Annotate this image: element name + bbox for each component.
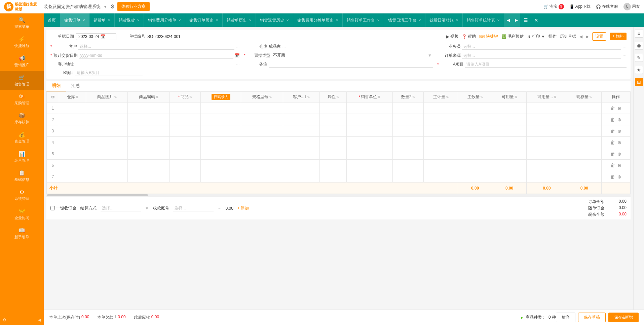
sidebar-collapse-icon[interactable]: ◀ <box>38 318 41 322</box>
row-stock[interactable] <box>567 103 601 114</box>
tab-close-icon[interactable]: ✕ <box>178 18 181 22</box>
sidebar-item-operations[interactable]: 📊 经营管理 <box>0 147 44 166</box>
copy-row-button[interactable]: ⊕ <box>617 140 621 145</box>
print-btn[interactable]: 🖨 打印 ▼ <box>527 34 545 39</box>
tab-sales-order-history[interactable]: 销售订单历史 ✕ <box>185 13 223 27</box>
save-new-button[interactable]: 保存&新增 <box>608 313 639 322</box>
row-warehouse[interactable] <box>59 103 86 114</box>
order-source-more-icon[interactable]: ··· <box>622 53 627 58</box>
scroll-thumb[interactable] <box>47 194 148 196</box>
delete-row-button[interactable]: 🗑 <box>610 163 615 168</box>
row-qty2[interactable] <box>392 103 423 114</box>
tab-summary[interactable]: 汇总 <box>66 81 85 91</box>
account-more-icon[interactable]: ··· <box>218 206 222 211</box>
copy-row-button[interactable]: ⊕ <box>617 117 621 122</box>
tab-order-workbench[interactable]: 销售订单工作台 ✕ <box>343 13 384 27</box>
delete-row-button[interactable]: 🗑 <box>610 128 615 134</box>
warehouse-more-icon[interactable]: ··· <box>282 44 286 49</box>
one-click-checkbox[interactable] <box>50 206 55 210</box>
order-source-input[interactable] <box>462 52 621 59</box>
scan-button[interactable]: 扫码录入 <box>212 94 230 100</box>
delivery-input[interactable] <box>79 52 233 59</box>
row-main-qty[interactable] <box>458 103 492 114</box>
nav-prev-icon[interactable]: ◀ <box>579 34 582 39</box>
copy-row-button[interactable]: ⊕ <box>617 174 621 179</box>
sidebar-item-purchase[interactable]: 🛍 采购管理 <box>0 90 44 109</box>
tab-home[interactable]: 首页 <box>44 13 60 27</box>
row-attribute[interactable] <box>320 103 347 114</box>
help-btn[interactable]: ❓ 帮助 <box>462 34 476 39</box>
shortcut-btn[interactable]: ⌨ 快捷键 <box>479 34 498 39</box>
tab-close-icon[interactable]: ✕ <box>249 18 252 22</box>
tab-close-icon[interactable]: ✕ <box>377 18 380 22</box>
th-settings[interactable]: ⚙ <box>47 92 59 103</box>
tab-daily-workbench[interactable]: 钱货日清工作台 ✕ <box>384 13 425 27</box>
sidebar-item-finance[interactable]: 💰 资金管理 <box>0 128 44 147</box>
tab-sales-expense[interactable]: 销售费用分摊单 ✕ <box>144 13 185 27</box>
row-unit[interactable] <box>347 103 393 114</box>
tab-sales-stats[interactable]: 销售订单统计表 ✕ <box>463 13 504 27</box>
tab-close-icon[interactable]: ✕ <box>497 18 500 22</box>
delete-row-button[interactable]: 🗑 <box>610 151 615 157</box>
save-draft-button[interactable]: 保存草稿 <box>578 313 606 322</box>
profit-btn[interactable]: 💹 毛利预估 <box>501 34 524 39</box>
delete-row-button[interactable]: 🗑 <box>610 174 615 179</box>
sidebar-settings-icon[interactable]: ⚙ <box>3 318 6 322</box>
right-panel-star-icon[interactable]: ★ <box>635 66 643 74</box>
history-btn[interactable]: 历史单据 <box>560 34 576 39</box>
sidebar-item-enterprise[interactable]: 🤝 企业协同 <box>0 205 44 224</box>
tab-daily-reconcile[interactable]: 钱货日清对账 ✕ <box>425 13 463 27</box>
sidebar-item-marketing[interactable]: 📢 营销推广 <box>0 52 44 71</box>
tab-sales-order[interactable]: 销售订单 ✕ <box>60 13 89 27</box>
right-panel-layout-icon[interactable]: ≡ <box>635 30 643 38</box>
tab-sales-invoice[interactable]: 销货单 ✕ <box>89 13 115 27</box>
sidebar-item-search[interactable]: 🔍 搜索菜单 <box>0 13 44 33</box>
right-panel-qr-icon[interactable]: ⊞ <box>635 78 643 86</box>
delete-row-button[interactable]: 🗑 <box>610 117 615 122</box>
sidebar-item-basic-info[interactable]: 📋 基础信息 <box>0 166 44 186</box>
address-more-icon[interactable]: ··· <box>236 62 240 67</box>
settings-button[interactable]: 设置 <box>592 32 606 41</box>
date-input[interactable]: 2023-03-24 📅 <box>76 33 116 40</box>
user-menu[interactable]: U 用友 <box>623 3 640 10</box>
tab-expense-history[interactable]: 销售费用分摊单历史 ✕ <box>293 13 343 27</box>
remark-input[interactable] <box>269 61 433 68</box>
row-product-img[interactable] <box>86 103 127 114</box>
nav-next-icon[interactable]: ▶ <box>586 34 589 39</box>
tab-close-icon[interactable]: ✕ <box>456 18 458 22</box>
mall-link[interactable]: 🛒 淘宝 9 <box>543 4 564 9</box>
account-input[interactable] <box>173 205 214 211</box>
customer-more-icon[interactable]: ··· <box>236 44 240 49</box>
row-available2[interactable] <box>527 103 567 114</box>
staff-input[interactable] <box>462 43 621 50</box>
view-btn[interactable]: ▶ 视频 <box>446 34 458 39</box>
discard-button[interactable]: 放弃 <box>556 313 575 322</box>
tab-return-history[interactable]: 销货退货历史 ✕ <box>256 13 293 27</box>
add-material-button[interactable]: + 物料 <box>610 33 627 40</box>
payment-method-input[interactable] <box>101 205 141 211</box>
operation-btn[interactable]: 操作 <box>548 34 557 39</box>
nav-menu-icon[interactable]: ☰ <box>520 13 531 27</box>
tab-close-icon[interactable]: ✕ <box>108 18 110 22</box>
row-spec[interactable] <box>241 103 283 114</box>
tab-sales-return[interactable]: 销货退货 ✕ <box>115 13 144 27</box>
info-icon[interactable]: ℹ <box>305 95 306 99</box>
copy-row-button[interactable]: ⊕ <box>617 151 621 157</box>
invoice-select[interactable]: 不开票 ▼ <box>272 52 433 59</box>
sidebar-item-guide[interactable]: 📖 新手引导 <box>0 224 44 243</box>
row-customer-code[interactable] <box>283 103 320 114</box>
delete-row-button[interactable]: 🗑 <box>610 106 615 111</box>
copy-row-button[interactable]: ⊕ <box>617 106 621 111</box>
nav-next-arrow[interactable]: ▶ <box>512 13 520 27</box>
tab-close-icon[interactable]: ✕ <box>418 18 421 22</box>
tab-close-icon[interactable]: ✕ <box>286 18 289 22</box>
dropdown-arrow-icon[interactable]: ▼ <box>103 4 107 9</box>
staff-more-icon[interactable]: ··· <box>622 44 627 49</box>
copy-row-button[interactable]: ⊕ <box>617 128 621 134</box>
tab-close-icon[interactable]: ✕ <box>336 18 338 22</box>
this-order-info-icon[interactable]: ℹ <box>115 315 116 320</box>
tab-close-icon[interactable]: ✕ <box>82 18 85 22</box>
row-product[interactable] <box>169 103 200 114</box>
tab-close-icon[interactable]: ✕ <box>216 18 218 22</box>
online-service-link[interactable]: 🎧 在线客服 <box>596 4 618 9</box>
